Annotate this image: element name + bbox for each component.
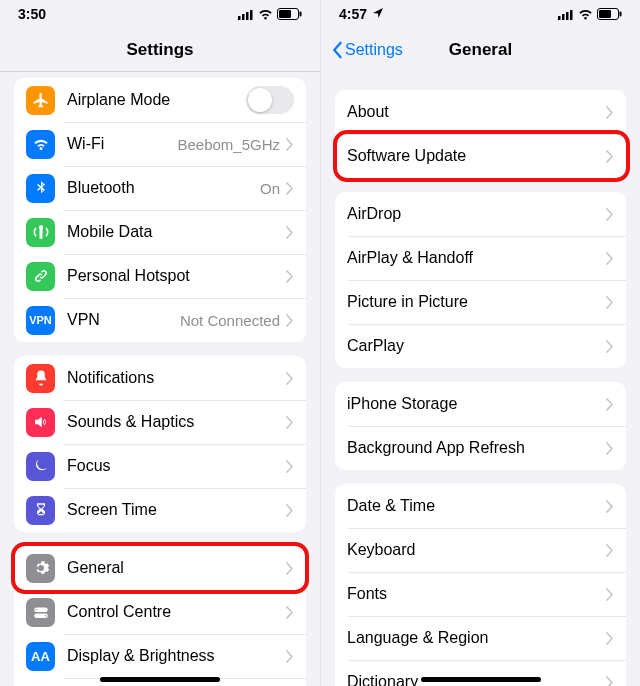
chevron-right-icon — [286, 138, 294, 151]
row-label: About — [347, 103, 606, 121]
svg-text:AA: AA — [31, 648, 50, 663]
textsize-icon: AA — [26, 642, 55, 671]
row-wifi[interactable]: Wi-FiBeebom_5GHz — [14, 122, 306, 166]
row-label: Language & Region — [347, 629, 606, 647]
settings-group: AirDropAirPlay & HandoffPicture in Pictu… — [335, 192, 626, 368]
home-indicator — [421, 677, 541, 682]
chevron-right-icon — [286, 416, 294, 429]
chevron-right-icon — [286, 650, 294, 663]
row-display-brightness[interactable]: AADisplay & Brightness — [14, 634, 306, 678]
row-label: Mobile Data — [67, 223, 286, 241]
row-software-update[interactable]: Software Update — [335, 134, 626, 178]
row-picture-in-picture[interactable]: Picture in Picture — [335, 280, 626, 324]
row-label: Date & Time — [347, 497, 606, 515]
page-title: Settings — [126, 40, 193, 60]
svg-rect-25 — [599, 10, 611, 18]
row-control-centre[interactable]: Control Centre — [14, 590, 306, 634]
svg-rect-2 — [246, 12, 249, 20]
chevron-right-icon — [606, 150, 614, 163]
row-label: Focus — [67, 457, 286, 475]
hourglass-icon — [26, 496, 55, 525]
svg-rect-1 — [242, 14, 245, 20]
speaker-icon — [26, 408, 55, 437]
toggle[interactable] — [246, 86, 294, 114]
row-label: Display & Brightness — [67, 647, 286, 665]
chevron-right-icon — [606, 588, 614, 601]
battery-icon — [277, 8, 302, 20]
row-airplay-handoff[interactable]: AirPlay & Handoff — [335, 236, 626, 280]
row-value: On — [260, 180, 280, 197]
row-label: General — [67, 559, 286, 577]
screenshot-general: 4:57 Settings General AboutSoftware Upda… — [320, 0, 640, 686]
row-personal-hotspot[interactable]: Personal Hotspot — [14, 254, 306, 298]
row-label: Bluetooth — [67, 179, 260, 197]
row-label: Sounds & Haptics — [67, 413, 286, 431]
settings-group: Airplane ModeWi-FiBeebom_5GHzBluetoothOn… — [14, 78, 306, 342]
settings-group: GeneralControl CentreAADisplay & Brightn… — [14, 546, 306, 686]
status-time: 4:57 — [339, 6, 383, 22]
row-label: Airplane Mode — [67, 91, 246, 109]
chevron-right-icon — [606, 296, 614, 309]
row-label: Wi-Fi — [67, 135, 177, 153]
navbar: Settings — [0, 28, 320, 72]
row-keyboard[interactable]: Keyboard — [335, 528, 626, 572]
row-focus[interactable]: Focus — [14, 444, 306, 488]
svg-rect-23 — [570, 10, 573, 20]
row-date-time[interactable]: Date & Time — [335, 484, 626, 528]
airplane-icon — [26, 86, 55, 115]
row-fonts[interactable]: Fonts — [335, 572, 626, 616]
chevron-right-icon — [286, 226, 294, 239]
wifi-status-icon — [258, 9, 273, 20]
cellular-icon — [558, 9, 574, 20]
moon-icon — [26, 452, 55, 481]
row-background-refresh[interactable]: Background App Refresh — [335, 426, 626, 470]
row-screen-time[interactable]: Screen Time — [14, 488, 306, 532]
page-title: General — [449, 40, 512, 60]
svg-text:VPN: VPN — [29, 313, 52, 325]
link-icon — [26, 262, 55, 291]
svg-rect-22 — [566, 12, 569, 20]
chevron-right-icon — [606, 544, 614, 557]
vpn-icon: VPN — [26, 306, 55, 335]
status-indicators — [238, 8, 302, 20]
row-vpn[interactable]: VPNVPNNot Connected — [14, 298, 306, 342]
wifi-status-icon — [578, 9, 593, 20]
chevron-right-icon — [606, 208, 614, 221]
row-label: Fonts — [347, 585, 606, 603]
row-value: Not Connected — [180, 312, 280, 329]
row-about[interactable]: About — [335, 90, 626, 134]
row-language-region[interactable]: Language & Region — [335, 616, 626, 660]
row-airdrop[interactable]: AirDrop — [335, 192, 626, 236]
row-label: iPhone Storage — [347, 395, 606, 413]
row-carplay[interactable]: CarPlay — [335, 324, 626, 368]
status-bar: 4:57 — [321, 0, 640, 28]
chevron-right-icon — [606, 340, 614, 353]
row-notifications[interactable]: Notifications — [14, 356, 306, 400]
row-general[interactable]: General — [14, 546, 306, 590]
svg-rect-20 — [558, 16, 561, 20]
location-icon — [373, 8, 383, 18]
row-airplane-mode[interactable]: Airplane Mode — [14, 78, 306, 122]
row-mobile-data[interactable]: Mobile Data — [14, 210, 306, 254]
antenna-icon — [26, 218, 55, 247]
row-label: Screen Time — [67, 501, 286, 519]
gear-icon — [26, 554, 55, 583]
svg-rect-21 — [562, 14, 565, 20]
screenshot-settings: 3:50 Settings Airplane ModeWi-FiBeebom_5… — [0, 0, 320, 686]
row-label: CarPlay — [347, 337, 606, 355]
row-dictionary[interactable]: Dictionary — [335, 660, 626, 686]
chevron-right-icon — [286, 314, 294, 327]
row-sounds-haptics[interactable]: Sounds & Haptics — [14, 400, 306, 444]
bluetooth-icon — [26, 174, 55, 203]
row-label: AirPlay & Handoff — [347, 249, 606, 267]
back-button[interactable]: Settings — [331, 41, 403, 59]
settings-group: AboutSoftware Update — [335, 90, 626, 178]
battery-icon — [597, 8, 622, 20]
chevron-right-icon — [286, 460, 294, 473]
cellular-icon — [238, 9, 254, 20]
status-time: 3:50 — [18, 6, 46, 22]
chevron-right-icon — [606, 252, 614, 265]
row-bluetooth[interactable]: BluetoothOn — [14, 166, 306, 210]
row-iphone-storage[interactable]: iPhone Storage — [335, 382, 626, 426]
chevron-right-icon — [286, 182, 294, 195]
